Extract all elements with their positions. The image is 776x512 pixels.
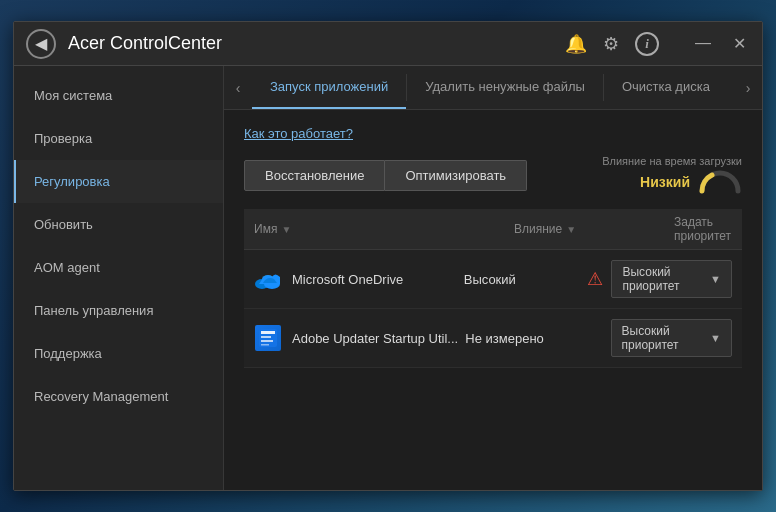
main-area: Моя система Проверка Регулировка Обновит…: [14, 66, 762, 490]
close-button[interactable]: ✕: [729, 32, 750, 55]
sort-name-icon[interactable]: ▼: [281, 224, 291, 235]
tab-startup[interactable]: Запуск приложений: [252, 66, 406, 109]
back-button[interactable]: ◀: [26, 29, 56, 59]
sidebar-item-check[interactable]: Проверка: [14, 117, 223, 160]
app-impact-onedrive: Высокий: [464, 272, 588, 287]
optimize-button[interactable]: Оптимизировать: [385, 160, 527, 191]
adobe-icon: [255, 325, 281, 351]
load-impact-value: Низкий: [640, 169, 742, 195]
restore-button[interactable]: Восстановление: [244, 160, 385, 191]
sort-impact-icon[interactable]: ▼: [566, 224, 576, 235]
app-title: Acer ControlCenter: [68, 33, 565, 54]
sidebar-item-support[interactable]: Поддержка: [14, 332, 223, 375]
tab-nav-right[interactable]: ›: [734, 66, 762, 109]
content-inner: Как это работает? Восстановление Оптимиз…: [224, 110, 762, 490]
app-name-adobe: Adobe Updater Startup Util...: [292, 331, 465, 346]
svg-rect-5: [261, 336, 271, 338]
table-row: Adobe Updater Startup Util... Не измерен…: [244, 309, 742, 368]
title-bar-icons: 🔔 ⚙ i — ✕: [565, 32, 750, 56]
tab-nav-left[interactable]: ‹: [224, 66, 252, 109]
warning-icon-onedrive: ⚠: [587, 268, 603, 290]
action-row: Восстановление Оптимизировать Влияние на…: [244, 155, 742, 195]
info-icon[interactable]: i: [635, 32, 659, 56]
adobe-app-icon: [254, 324, 282, 352]
priority-select-adobe[interactable]: Высокий приоритет ▼: [611, 319, 732, 357]
title-bar: ◀ Acer ControlCenter 🔔 ⚙ i — ✕: [14, 22, 762, 66]
load-impact-indicator: Влияние на время загрузки Низкий: [602, 155, 742, 195]
table-row: Microsoft OneDrive Высокий ⚠ Высокий при…: [244, 250, 742, 309]
gauge-chart: [698, 169, 742, 195]
sidebar-item-aom-agent[interactable]: AOM agent: [14, 246, 223, 289]
load-impact-label: Влияние на время загрузки: [602, 155, 742, 167]
minimize-button[interactable]: —: [691, 32, 715, 55]
tab-disk[interactable]: Очистка диска: [604, 66, 728, 109]
svg-rect-7: [261, 344, 269, 346]
svg-rect-6: [261, 340, 273, 342]
table-header: Имя ▼ Влияние ▼ Задать приоритет: [244, 209, 742, 250]
main-window: ◀ Acer ControlCenter 🔔 ⚙ i — ✕ Моя систе…: [13, 21, 763, 491]
svg-rect-4: [261, 331, 275, 334]
tabs-bar: ‹ Запуск приложений Удалить ненужные фай…: [224, 66, 762, 110]
sidebar-item-control-panel[interactable]: Панель управления: [14, 289, 223, 332]
bell-icon[interactable]: 🔔: [565, 33, 587, 55]
col-impact: Влияние ▼: [514, 222, 674, 236]
onedrive-icon: [255, 269, 281, 289]
content-area: ‹ Запуск приложений Удалить ненужные фай…: [224, 66, 762, 490]
dropdown-arrow-icon: ▼: [710, 273, 721, 285]
sidebar-item-update[interactable]: Обновить: [14, 203, 223, 246]
app-impact-adobe: Не измерено: [465, 331, 590, 346]
app-name-onedrive: Microsoft OneDrive: [292, 272, 464, 287]
onedrive-app-icon: [254, 265, 282, 293]
how-it-works-link[interactable]: Как это работает?: [244, 126, 353, 141]
sidebar-item-recovery[interactable]: Recovery Management: [14, 375, 223, 418]
dropdown-arrow-icon-adobe: ▼: [710, 332, 721, 344]
window-controls: — ✕: [691, 32, 750, 55]
tab-cleanup[interactable]: Удалить ненужные файлы: [407, 66, 603, 109]
col-priority: Задать приоритет: [674, 215, 732, 243]
sidebar: Моя система Проверка Регулировка Обновит…: [14, 66, 224, 490]
sidebar-item-my-system[interactable]: Моя система: [14, 74, 223, 117]
priority-select-onedrive[interactable]: Высокий приоритет ▼: [611, 260, 732, 298]
gear-icon[interactable]: ⚙: [603, 33, 619, 55]
col-name: Имя ▼: [254, 222, 514, 236]
sidebar-item-regulation[interactable]: Регулировка: [14, 160, 223, 203]
